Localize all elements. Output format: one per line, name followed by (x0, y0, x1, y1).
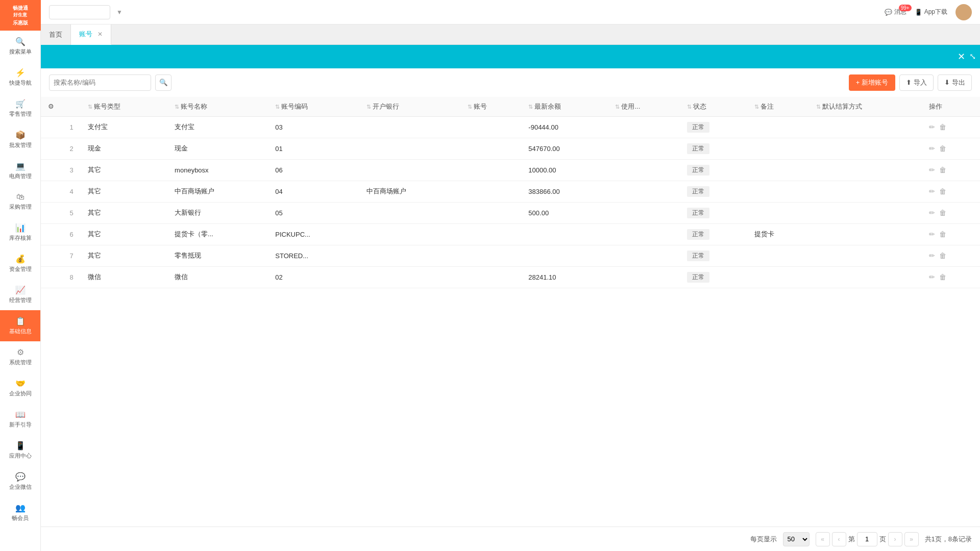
tab-account[interactable]: 账号 ✕ (71, 24, 111, 45)
table-wrapper: 🔍 + 新增账号 ⬆ 导入 ⬇ 导出 (41, 68, 980, 551)
accounts-table: ⚙ ⇅账号类型 ⇅账号名称 ⇅账号编码 ⇅开户银行 ⇅账号 ⇅最新余额 ⇅使用.… (41, 97, 980, 288)
sidebar-item-enterprise[interactable]: 🤝 企业协同 (0, 372, 40, 404)
per-page-label: 每页显示 (750, 535, 777, 544)
import-button[interactable]: ⬆ 导入 (899, 74, 934, 91)
sidebar-item-wholesale[interactable]: 📦 批发管理 (0, 124, 40, 155)
sidebar-item-basic[interactable]: 📋 基础信息 (0, 310, 40, 341)
first-page-button[interactable]: « (816, 532, 830, 546)
col-settings[interactable]: ⚙ (41, 97, 61, 117)
sidebar-item-inventory[interactable]: 📊 库存核算 (0, 217, 40, 248)
edit-icon[interactable]: ✏ (929, 187, 935, 195)
sidebar-item-guide[interactable]: 📖 新手引导 (0, 404, 40, 435)
col-usage[interactable]: ⇅使用... (609, 97, 681, 117)
sidebar-item-system[interactable]: ⚙ 系统管理 (0, 341, 40, 372)
row-balance (522, 223, 609, 245)
delete-icon[interactable]: 🗑 (939, 273, 946, 281)
row-name: 大新银行 (168, 202, 269, 223)
sidebar-item-search[interactable]: 🔍 搜索菜单 (0, 31, 40, 62)
edit-icon[interactable]: ✏ (929, 209, 935, 217)
sidebar-item-retail[interactable]: 🛒 零售管理 (0, 93, 40, 124)
user-avatar[interactable] (955, 4, 972, 20)
row-default-settle (810, 181, 922, 202)
delete-icon[interactable]: 🗑 (939, 230, 946, 238)
sidebar-item-wechat[interactable]: 💬 企业微信 (0, 466, 40, 497)
col-name[interactable]: ⇅账号名称 (168, 97, 269, 117)
page-number-input[interactable] (857, 532, 877, 546)
col-default-settle[interactable]: ⇅默认结算方式 (810, 97, 922, 117)
expand-icon[interactable]: ⤡ (969, 52, 976, 61)
tab-account-close-icon[interactable]: ✕ (97, 31, 103, 38)
delete-icon[interactable]: 🗑 (939, 252, 946, 260)
app-download-button[interactable]: 📱 App下载 (915, 8, 947, 16)
row-settings (41, 159, 61, 181)
col-account[interactable]: ⇅账号 (461, 97, 523, 117)
table-row: 3 其它 moneybosx 06 10000.00 正常 ✏ 🗑 (41, 159, 980, 181)
sidebar-item-operations[interactable]: 📈 经营管理 (0, 279, 40, 310)
row-code: 04 (269, 181, 360, 202)
row-code: 05 (269, 202, 360, 223)
row-num: 3 (61, 159, 82, 181)
col-status[interactable]: ⇅状态 (681, 97, 748, 117)
edit-icon[interactable]: ✏ (929, 166, 935, 174)
row-account (461, 181, 523, 202)
delete-icon[interactable]: 🗑 (939, 187, 946, 195)
import-icon: ⬆ (906, 79, 912, 86)
row-default-settle (810, 159, 922, 181)
next-page-button[interactable]: › (888, 532, 902, 546)
delete-icon[interactable]: 🗑 (939, 144, 946, 153)
search-input[interactable] (49, 74, 151, 91)
row-bank: 中百商场账户 (360, 181, 461, 202)
sidebar-item-member[interactable]: 👥 畅会员 (0, 497, 40, 528)
col-balance[interactable]: ⇅最新余额 (522, 97, 609, 117)
search-button[interactable]: 🔍 (155, 74, 172, 91)
col-bank[interactable]: ⇅开户银行 (360, 97, 461, 117)
delete-icon[interactable]: 🗑 (939, 166, 946, 174)
row-settings (41, 181, 61, 202)
top-search-input[interactable] (49, 5, 110, 19)
row-default-settle (810, 202, 922, 223)
row-balance: -90444.00 (522, 116, 609, 138)
import-label: 导入 (914, 78, 927, 87)
close-icon[interactable]: ✕ (958, 52, 965, 61)
row-remark: 提货卡 (748, 223, 811, 245)
edit-icon[interactable]: ✏ (929, 123, 935, 131)
sidebar-item-ecommerce[interactable]: 💻 电商管理 (0, 155, 40, 186)
row-account (461, 138, 523, 159)
edit-icon[interactable]: ✏ (929, 144, 935, 153)
sidebar-item-finance[interactable]: 💰 资金管理 (0, 248, 40, 279)
row-status: 正常 (681, 202, 748, 223)
table-row: 2 现金 现金 01 547670.00 正常 ✏ 🗑 (41, 138, 980, 159)
sidebar-item-purchase[interactable]: 🛍 采购管理 (0, 186, 40, 217)
edit-icon[interactable]: ✏ (929, 273, 935, 281)
table-container: ⚙ ⇅账号类型 ⇅账号名称 ⇅账号编码 ⇅开户银行 ⇅账号 ⇅最新余额 ⇅使用.… (41, 97, 980, 527)
sidebar-item-quicknav[interactable]: ⚡ 快捷导航 (0, 62, 40, 93)
add-account-button[interactable]: + 新增账号 (849, 74, 895, 91)
dropdown-arrow-icon[interactable]: ▼ (116, 9, 122, 16)
per-page-select[interactable]: 50 100 (783, 532, 810, 546)
col-remark[interactable]: ⇅备注 (748, 97, 811, 117)
content-top-bar: ✕ ⤡ (41, 45, 980, 68)
edit-icon[interactable]: ✏ (929, 252, 935, 260)
row-actions: ✏ 🗑 (923, 266, 980, 288)
prev-page-button[interactable]: ‹ (832, 532, 846, 546)
quicknav-icon: ⚡ (15, 68, 26, 78)
col-code[interactable]: ⇅账号编码 (269, 97, 360, 117)
row-num: 2 (61, 138, 82, 159)
row-account (461, 159, 523, 181)
last-page-button[interactable]: » (904, 532, 919, 546)
delete-icon[interactable]: 🗑 (939, 209, 946, 217)
row-num: 6 (61, 223, 82, 245)
page-prefix-label: 第 (848, 535, 855, 544)
delete-icon[interactable]: 🗑 (939, 123, 946, 131)
message-button[interactable]: 💬 消息 99+ (885, 8, 906, 16)
sidebar-item-appcenter[interactable]: 📱 应用中心 (0, 435, 40, 466)
export-button[interactable]: ⬇ 导出 (938, 74, 972, 91)
message-badge: 99+ (899, 5, 912, 11)
sidebar-label-retail: 零售管理 (9, 110, 32, 118)
wholesale-icon: 📦 (15, 130, 26, 140)
edit-icon[interactable]: ✏ (929, 230, 935, 238)
row-usage (609, 159, 681, 181)
row-name: 支付宝 (168, 116, 269, 138)
tab-home[interactable]: 首页 (41, 24, 71, 45)
col-type[interactable]: ⇅账号类型 (82, 97, 168, 117)
